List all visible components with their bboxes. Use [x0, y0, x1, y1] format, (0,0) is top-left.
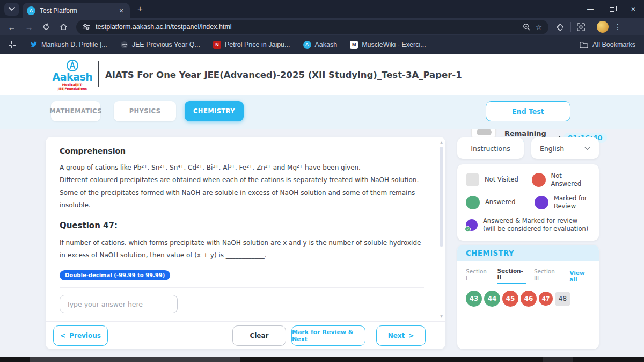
clear-button[interactable]: Clear [232, 325, 286, 346]
close-button[interactable]: ✕ [623, 0, 644, 18]
zoom-icon[interactable] [523, 23, 530, 31]
end-test-button[interactable]: End Test [486, 101, 570, 121]
bookmark-mankush[interactable]: Mankush D. Profile |... [30, 41, 107, 48]
new-tab-button[interactable]: + [137, 4, 143, 15]
tab-section-2[interactable]: Section-II [497, 267, 526, 284]
aakash-logo-icon [66, 59, 79, 72]
scroll-up-icon[interactable]: ▲ [439, 140, 444, 144]
aakash-logo-text: Aakash [51, 72, 94, 82]
back-button[interactable]: ← [3, 23, 20, 32]
bookmark-jee-previous[interactable]: JEE Previous Year Q... [120, 41, 200, 49]
next-label: Next [388, 332, 405, 339]
musclewiki-icon: M [350, 41, 358, 49]
next-button[interactable]: Next > [376, 325, 426, 346]
question-card: Comprehension A group of cations like Pb… [46, 137, 445, 349]
comprehension-line: A group of cations like Pb²⁺, Sn²⁺, Sn⁴⁺… [60, 162, 424, 174]
url-bar[interactable]: testplatform.aakash.ac.in/testpanel/inde… [76, 20, 548, 34]
bookmarks-separator [575, 40, 575, 49]
chevron-right-icon: > [408, 332, 414, 339]
restore-icon [610, 7, 614, 12]
folder-icon [580, 41, 588, 48]
tab-physics[interactable]: PHYSICS [114, 101, 176, 121]
tab-chemistry[interactable]: CHEMISTRY [185, 101, 244, 121]
reload-button[interactable] [38, 23, 55, 31]
marked-swatch [535, 196, 548, 209]
question-bubble-48[interactable]: 48 [555, 292, 570, 306]
horizontal-scrollbar-thumb[interactable] [30, 357, 240, 362]
chevron-left-icon: < [60, 332, 65, 339]
horizontal-scrollbar[interactable] [0, 357, 644, 362]
restore-button[interactable] [601, 0, 623, 18]
tab-section-3[interactable]: Section-III [534, 268, 561, 284]
tab-search-button[interactable] [4, 3, 19, 16]
question-footer: < Previous Clear Mark for Review & Next … [46, 321, 445, 349]
subject-strip: MATHEMATICS PHYSICS CHEMISTRY End Test [0, 95, 644, 129]
clear-label: Clear [250, 332, 268, 339]
comprehension-line: Some of the precipitates formed with NaO… [60, 187, 424, 212]
question-bubble-44[interactable]: 44 [484, 291, 500, 307]
header-divider [98, 61, 99, 87]
question-text: If number of cations, which forms precip… [60, 237, 424, 262]
minimize-button[interactable]: — [580, 0, 601, 18]
tab-close-icon[interactable]: × [117, 6, 126, 15]
answer-type-badge: Double-decimal (-99.99 to 99.99) [60, 270, 170, 280]
extensions-icon[interactable] [556, 23, 565, 32]
url-text[interactable]: testplatform.aakash.ac.in/testpanel/inde… [96, 23, 517, 31]
question-bubble-46[interactable]: 46 [521, 291, 537, 307]
tab-section-1[interactable]: Section-I [466, 268, 489, 284]
browser-tab[interactable]: A Test Platform × [23, 3, 130, 18]
not-visited-swatch [466, 173, 479, 186]
legend-answered-marked: ✓ Answered & Marked for review (will be … [466, 217, 588, 233]
chevron-down-icon [584, 147, 590, 150]
bookmark-aakash[interactable]: A Aakash [303, 41, 338, 49]
globe-icon [120, 41, 128, 49]
mark-for-review-button[interactable]: Mark for Review & Next [291, 325, 365, 346]
bookmarks-bar: Mankush D. Profile |... JEE Previous Yea… [0, 35, 644, 54]
bookmark-star-icon[interactable]: ☆ [536, 23, 542, 31]
question-scroll-area[interactable]: Comprehension A group of cations like Pb… [46, 137, 445, 321]
language-dropdown[interactable]: English [531, 137, 599, 159]
tab-mathematics[interactable]: MATHEMATICS [51, 101, 100, 121]
browser-menu-icon[interactable]: ⋮ [614, 23, 621, 31]
reload-icon [42, 23, 50, 31]
browser-toolbar: ← → testplatform.aakash.ac.in/testpanel/… [0, 18, 644, 35]
bookmark-musclewiki[interactable]: M MuscleWiki - Exerci... [350, 41, 426, 49]
window-controls: — ✕ [580, 0, 644, 18]
previous-button[interactable]: < Previous [53, 325, 108, 346]
chevron-down-icon [9, 7, 15, 11]
aakash-favicon-icon: A [27, 6, 35, 15]
answered-marked-label: Answered & Marked for review [483, 217, 577, 225]
home-button[interactable] [55, 23, 72, 31]
previous-label: Previous [69, 332, 101, 339]
legend-answered: Answered [466, 194, 535, 211]
instructions-button[interactable]: Instructions [457, 137, 524, 159]
twitter-icon [30, 41, 38, 48]
horizontal-scrollbar-segment [543, 357, 573, 362]
toolbar-separator [570, 22, 571, 32]
section-tabs: Section-I Section-II Section-III View al… [457, 261, 599, 284]
avatar-body [477, 129, 492, 135]
apps-grid-icon[interactable] [9, 41, 16, 48]
all-bookmarks-button[interactable]: All Bookmarks [575, 40, 635, 49]
bookmark-petrol-price[interactable]: N Petrol Price in Jaipu... [213, 41, 290, 49]
profile-avatar[interactable] [597, 21, 609, 33]
question-scrollbar[interactable]: ▲ ▼ [439, 140, 444, 318]
palette-subject-title: CHEMISTRY [457, 245, 599, 261]
screenshot-icon[interactable] [576, 23, 586, 32]
forward-button[interactable]: → [20, 23, 38, 32]
scroll-down-icon[interactable]: ▼ [439, 314, 444, 318]
not-answered-swatch [532, 173, 546, 187]
scrollbar-thumb[interactable] [440, 147, 443, 247]
question-bubble-47-current[interactable]: 47 [539, 292, 553, 306]
legend-not-answered: Not Answered [532, 172, 591, 188]
question-bubble-43[interactable]: 43 [466, 291, 482, 307]
view-all-link[interactable]: View all [569, 270, 594, 283]
answered-marked-sublabel: (will be considered for evaluation) [483, 225, 588, 233]
question-bubble-45[interactable]: 45 [502, 291, 518, 307]
bookmarks-separator [23, 40, 23, 49]
comprehension-heading: Comprehension [60, 147, 424, 155]
answer-input[interactable] [60, 295, 178, 313]
tab-title: Test Platform [40, 7, 113, 15]
tab-strip: A Test Platform × + — ✕ [0, 0, 644, 18]
site-settings-icon[interactable] [83, 23, 90, 31]
